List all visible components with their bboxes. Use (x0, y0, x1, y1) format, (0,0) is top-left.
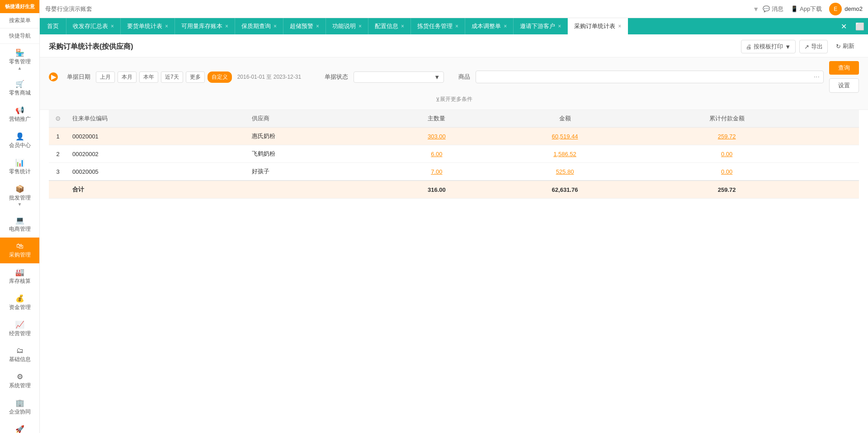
row-qty[interactable]: 303.00 (381, 128, 493, 145)
tab-close-icon[interactable]: × (111, 23, 114, 29)
amount-link[interactable]: 525.80 (556, 168, 574, 175)
tab-close-icon[interactable]: × (274, 23, 277, 29)
date-btn-last-month[interactable]: 上月 (96, 71, 115, 83)
qty-link[interactable]: 6.00 (431, 151, 442, 157)
finance-icon: 💰 (15, 294, 24, 303)
tab-receive-summary[interactable]: 收发存汇总表 × (66, 18, 121, 34)
sidebar-item-newguide[interactable]: 🚀 新手引导 (0, 420, 39, 433)
tab-purchase-order-stats[interactable]: 采购订单统计表 × (568, 18, 628, 34)
row-amount[interactable]: 1,586.52 (493, 145, 637, 163)
sidebar-item-purchase[interactable]: 🛍 采购管理 (0, 238, 39, 263)
paid-link[interactable]: 259.72 (718, 133, 736, 140)
sidebar-item-inventory[interactable]: 🏭 库存核算 (0, 263, 39, 290)
date-quick-btns: 上月 本月 本年 近7天 更多 自定义 (96, 71, 232, 83)
goods-input[interactable]: ··· (476, 71, 824, 83)
status-select[interactable]: ▼ (354, 71, 444, 83)
row-qty[interactable]: 7.00 (381, 163, 493, 181)
row-paid[interactable]: 0.00 (637, 145, 816, 163)
tabbar: 首页 收发存汇总表 × 要货单统计表 × 可用量库存账本 × 保质期查询 × 超… (40, 18, 868, 34)
tab-home[interactable]: 首页 (40, 18, 66, 34)
tab-order-stats[interactable]: 要货单统计表 × (121, 18, 175, 34)
row-amount[interactable]: 525.80 (493, 163, 637, 181)
sidebar-label: 零售商城 (9, 89, 31, 97)
tab-label: 保质期查询 (241, 22, 271, 30)
page-title: 采购订单统计表(按供应商) (49, 42, 133, 52)
tab-cost-adjust[interactable]: 成本调整单 × (465, 18, 514, 34)
col-paid-header: 累计付款金额 (637, 110, 816, 128)
retail-mall-icon: 🛒 (15, 80, 24, 88)
topbar-app-download[interactable]: 📱 App下载 (791, 5, 822, 13)
topbar: 母婴行业演示账套 ▼ 💬 消息 📱 App下载 E demo2 (40, 0, 868, 18)
sidebar-item-enterprise[interactable]: 🏢 企业协同 (0, 394, 39, 420)
row-paid[interactable]: 0.00 (637, 163, 816, 181)
sidebar-label: 电商管理 (9, 225, 31, 233)
qty-link[interactable]: 303.00 (428, 133, 446, 140)
topbar-user[interactable]: E demo2 (829, 3, 863, 15)
tab-close-icon[interactable]: × (558, 23, 561, 29)
row-paid[interactable]: 259.72 (637, 128, 816, 145)
tab-close-icon[interactable]: × (455, 23, 458, 29)
tab-available-inventory[interactable]: 可用量库存账本 × (175, 18, 235, 34)
sidebar-item-retail-mgmt[interactable]: 🏪 零售管理 ▲ (0, 44, 39, 75)
row-qty[interactable]: 6.00 (381, 145, 493, 163)
sidebar-quick-nav[interactable]: 快捷导航 (0, 29, 39, 44)
more-options-icon[interactable]: ··· (814, 73, 820, 81)
footer-extra (816, 181, 859, 199)
sidebar-search[interactable]: 搜索菜单 (0, 13, 39, 29)
tab-label: 首页 (47, 22, 59, 30)
query-button[interactable]: 查询 (829, 61, 859, 75)
filter-toggle-btn[interactable]: ▶ (49, 72, 58, 81)
row-extra (816, 145, 859, 163)
settings-button[interactable]: 设置 (829, 78, 859, 93)
sidebar-item-finance[interactable]: 💰 资金管理 (0, 290, 39, 316)
tab-function-desc[interactable]: 功能说明 × (326, 18, 368, 34)
avatar: E (829, 3, 842, 15)
paid-link[interactable]: 0.00 (721, 168, 732, 175)
inventory-icon: 🏭 (15, 268, 24, 276)
chevron-down-icon: ▼ (434, 74, 440, 81)
date-btn-custom[interactable]: 自定义 (208, 71, 232, 83)
tab-close-icon[interactable]: × (618, 23, 621, 29)
tab-close-icon[interactable]: × (316, 23, 319, 29)
tab-pick-task[interactable]: 拣货任务管理 × (411, 18, 465, 34)
retail-mgmt-icon: 🏪 (15, 48, 24, 57)
sidebar-item-retail-mall[interactable]: 🛒 零售商城 (0, 75, 39, 101)
tab-close-all-btn[interactable]: ✕ (835, 18, 852, 34)
column-settings-icon[interactable]: ⚙ (55, 115, 61, 122)
sidebar-item-retail-stats[interactable]: 📊 零售统计 (0, 154, 39, 180)
filter-row-1: ▶ 单据日期 上月 本月 本年 近7天 更多 自定义 2016-01-01 至 … (49, 61, 859, 93)
refresh-button[interactable]: ↻ 刷新 (831, 40, 859, 52)
topbar-dropdown-icon[interactable]: ▼ (753, 5, 759, 13)
sidebar-item-basic[interactable]: 🗂 基础信息 (0, 342, 39, 368)
paid-link[interactable]: 0.00 (721, 151, 732, 157)
sidebar-item-ops[interactable]: 📈 经营管理 (0, 316, 39, 342)
tab-close-icon[interactable]: × (165, 23, 168, 29)
tab-close-icon[interactable]: × (359, 23, 362, 29)
row-amount[interactable]: 60,519.44 (493, 128, 637, 145)
tab-config-info[interactable]: 配置信息 × (368, 18, 411, 34)
template-print-button[interactable]: 🖨 按模板打印 ▼ (741, 40, 796, 53)
amount-link[interactable]: 1,586.52 (553, 151, 576, 157)
tab-close-icon[interactable]: × (401, 23, 404, 29)
topbar-message[interactable]: 💬 消息 (763, 5, 783, 13)
date-btn-more[interactable]: 更多 (186, 71, 205, 83)
sidebar-item-marketing[interactable]: 📢 营销推广 (0, 101, 39, 128)
date-btn-7days[interactable]: 近7天 (161, 71, 183, 83)
tab-expiry-query[interactable]: 保质期查询 × (235, 18, 283, 34)
tab-maximize-btn[interactable]: ⬜ (852, 18, 868, 34)
sidebar-item-system[interactable]: ⚙ 系统管理 (0, 368, 39, 394)
date-btn-this-month[interactable]: 本月 (118, 71, 137, 83)
tab-close-icon[interactable]: × (225, 23, 228, 29)
sidebar-item-wholesale[interactable]: 📦 批发管理 ▼ (0, 180, 39, 211)
filter-expand-btn[interactable]: ⊻ 展开更多条件 (49, 93, 859, 106)
amount-link[interactable]: 60,519.44 (552, 133, 578, 140)
sidebar-item-ecommerce[interactable]: 💻 电商管理 (0, 211, 39, 238)
export-button[interactable]: ↗ 导出 (799, 40, 828, 53)
date-btn-this-year[interactable]: 本年 (139, 71, 158, 83)
tab-invite-downstream[interactable]: 邀请下游客户 × (514, 18, 568, 34)
tab-close-icon[interactable]: × (504, 23, 507, 29)
tab-overstock-warning[interactable]: 超储预警 × (283, 18, 326, 34)
sidebar-item-member[interactable]: 👤 会员中心 (0, 128, 39, 154)
qty-link[interactable]: 7.00 (431, 168, 442, 175)
dropdown-chevron-icon: ▼ (785, 43, 791, 50)
